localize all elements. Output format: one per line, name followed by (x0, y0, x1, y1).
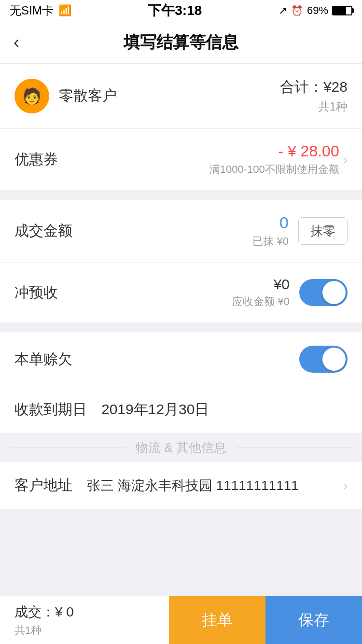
customer-section: 🧑 零散客户 合计：¥28 共1种 (0, 64, 362, 128)
bottom-bar: 成交：¥ 0 共1种 挂单 保存 (0, 596, 362, 644)
address-chevron-icon: › (343, 478, 348, 493)
pre-receipt-right: ¥0 应收金额 ¥0 (232, 276, 348, 309)
logistics-line-right (236, 448, 352, 448)
due-date-row: 收款到期日 2019年12月30日 (0, 386, 362, 433)
customer-left: 🧑 零散客户 (14, 79, 117, 113)
logistics-line-left (10, 448, 126, 448)
coupon-amount: - ¥ 28.00 (209, 142, 339, 160)
pre-receipt-label: 冲预收 (14, 283, 58, 303)
toggle-knob (322, 281, 346, 304)
address-row[interactable]: 客户地址 张三 海淀永丰科技园 11111111111 › (0, 462, 362, 509)
pre-receipt-toggle[interactable] (299, 279, 348, 306)
battery-icon (332, 6, 352, 15)
status-right: ↗ ⏰ 69% (278, 4, 352, 17)
alarm-icon: ⏰ (291, 5, 303, 16)
bottom-count: 共1种 (14, 623, 154, 638)
wifi-icon: 📶 (58, 4, 71, 17)
credit-row: 本单赊欠 (0, 332, 362, 386)
address-label: 客户地址 (14, 476, 72, 495)
bottom-deal-value: ¥ 0 (55, 604, 74, 619)
coupon-right: - ¥ 28.00 满1000-100不限制使用金额 › (209, 142, 348, 177)
carrier-label: 无SIM卡 (10, 3, 54, 18)
credit-label: 本单赊欠 (14, 350, 72, 369)
status-left: 无SIM卡 📶 (10, 3, 71, 18)
credit-section: 本单赊欠 收款到期日 2019年12月30日 (0, 332, 362, 433)
pre-receipt-section: 冲预收 ¥0 应收金额 ¥0 (0, 263, 362, 322)
deal-amount-section: 成交金额 0 已抹 ¥0 抹零 (0, 200, 362, 263)
customer-right: 合计：¥28 共1种 (280, 77, 348, 114)
customer-count: 共1种 (280, 99, 348, 114)
pre-receipt-amount: ¥0 (232, 276, 290, 293)
pre-receipt-sub: 应收金额 ¥0 (232, 294, 290, 309)
section-divider-2 (0, 322, 362, 332)
customer-name: 零散客户 (59, 86, 117, 106)
address-value: 张三 海淀永丰科技园 11111111111 (87, 476, 343, 495)
bottom-spacer (0, 509, 362, 605)
avatar-icon: 🧑 (22, 87, 42, 105)
location-icon: ↗ (278, 4, 287, 17)
avatar: 🧑 (14, 79, 49, 113)
status-bar: 无SIM卡 📶 下午3:18 ↗ ⏰ 69% (0, 0, 362, 21)
coupon-row[interactable]: 优惠券 - ¥ 28.00 满1000-100不限制使用金额 › (0, 129, 362, 190)
status-time: 下午3:18 (148, 1, 202, 20)
hang-order-button[interactable]: 挂单 (169, 596, 265, 644)
deal-amount-sub: 已抹 ¥0 (252, 234, 289, 249)
credit-toggle[interactable] (299, 346, 348, 373)
customer-row: 🧑 零散客户 合计：¥28 共1种 (0, 64, 362, 128)
coupon-section: 优惠券 - ¥ 28.00 满1000-100不限制使用金额 › (0, 129, 362, 190)
save-button[interactable]: 保存 (265, 596, 362, 644)
deal-amount-right: 0 已抹 ¥0 抹零 (252, 213, 348, 249)
deal-amount-value[interactable]: 0 (252, 213, 289, 232)
coupon-label: 优惠券 (14, 150, 58, 169)
deal-amount-row: 成交金额 0 已抹 ¥0 抹零 (0, 200, 362, 263)
address-section: 客户地址 张三 海淀永丰科技园 11111111111 › (0, 462, 362, 509)
deal-amount-label: 成交金额 (14, 221, 72, 241)
logistics-label: 物流 & 其他信息 (136, 439, 226, 456)
credit-toggle-knob (322, 348, 346, 371)
due-date-value: 2019年12月30日 (101, 400, 209, 420)
back-button[interactable]: ‹ (14, 32, 19, 53)
bottom-deal: 成交：¥ 0 (14, 603, 154, 621)
bottom-info: 成交：¥ 0 共1种 (0, 596, 169, 644)
bottom-deal-label: 成交： (14, 604, 55, 619)
chevron-right-icon: › (343, 152, 348, 168)
battery-percent: 69% (307, 4, 328, 17)
nav-bar: ‹ 填写结算等信息 (0, 21, 362, 64)
coupon-desc: 满1000-100不限制使用金额 (209, 162, 339, 177)
logistics-divider: 物流 & 其他信息 (0, 433, 362, 462)
customer-total: 合计：¥28 (280, 77, 348, 97)
round-zero-button[interactable]: 抹零 (298, 217, 348, 245)
page-title: 填写结算等信息 (124, 31, 238, 54)
due-date-label: 收款到期日 (14, 400, 87, 420)
section-divider-1 (0, 190, 362, 200)
pre-receipt-row: 冲预收 ¥0 应收金额 ¥0 (0, 263, 362, 322)
